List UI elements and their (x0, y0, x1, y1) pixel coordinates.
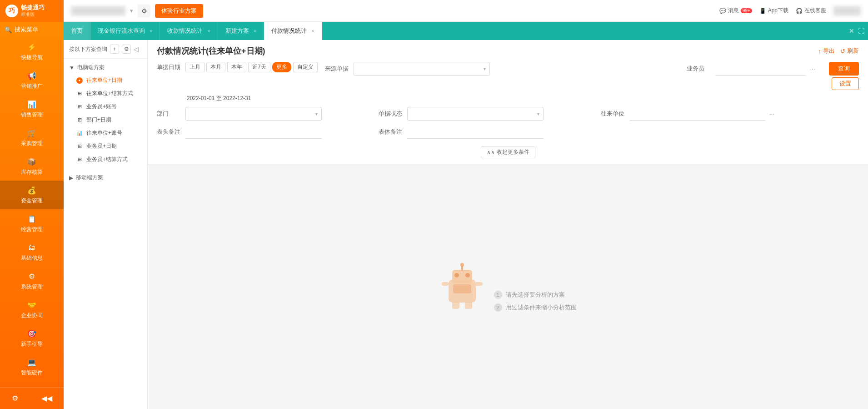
scheme-item-label-3: 部门+日期 (86, 116, 111, 124)
source-select[interactable]: ▾ (354, 62, 490, 76)
partner-dots-btn[interactable]: ··· (769, 110, 775, 117)
date-range-text: 2022-01-01 至 2022-12-31 (187, 95, 251, 101)
sidebar-item-quick-nav[interactable]: ⚡ 快捷导航 (0, 37, 64, 66)
sidebar-item-hardware[interactable]: 💻 智能硬件 (0, 353, 64, 381)
staff-input[interactable] (715, 62, 806, 76)
tab-bank-flow-close[interactable]: × (150, 28, 152, 34)
scheme-item-partner-settlement[interactable]: ⊞ 往来单位+结算方式 (64, 87, 147, 100)
date-btn-custom[interactable]: 自定义 (293, 62, 318, 72)
scheme-panel: 按以下方案查询 + ⚙ ◁ ▼ 电脑端方案 ● 往来单位+日期 (64, 40, 148, 409)
sidebar-item-system[interactable]: ⚙ 系统管理 (0, 267, 64, 295)
scheme-item-dept-date[interactable]: ⊞ 部门+日期 (64, 113, 147, 126)
dept-select[interactable]: ▾ (185, 107, 322, 121)
search-label: 搜索菜单 (15, 25, 38, 34)
doc-status-select[interactable]: ▾ (407, 107, 544, 121)
online-service-label: 在线客服 (804, 7, 826, 15)
quick-nav-icon: ⚡ (27, 42, 37, 52)
scheme-item-icon-4: 📊 (76, 130, 83, 136)
sidebar-item-sales[interactable]: 📊 销售管理 (0, 95, 64, 123)
scheme-item-label-0: 往来单位+日期 (86, 76, 122, 84)
scheme-item-icon-3: ⊞ (76, 117, 83, 123)
source-label: 来源单据 (325, 65, 350, 73)
scheme-group-mobile-header[interactable]: ▶ 移动端方案 (64, 172, 147, 184)
user-avatar-right (833, 6, 861, 15)
main-panel: 付款情况统计(往来单位+日期) ↑ 导出 ↺ 刷新 (148, 40, 868, 409)
hint-num-1: 1 (494, 291, 502, 299)
partner-label: 往来单位 (601, 110, 626, 118)
tab-new-scheme[interactable]: 新建方案 × (218, 22, 264, 40)
sidebar-footer: ⚙ ◀◀ (0, 387, 64, 409)
scheme-add-btn[interactable]: + (110, 45, 119, 54)
sidebar-item-purchase[interactable]: 🛒 采购管理 (0, 123, 64, 152)
scheme-item-partner-account[interactable]: 📊 往来单位+账号 (64, 126, 147, 140)
date-btn-this-month[interactable]: 本月 (206, 62, 225, 72)
tab-payment-stats-close[interactable]: × (311, 28, 314, 34)
sidebar-item-weixin[interactable]: 💬 企业微信 (0, 381, 64, 387)
search-menu[interactable]: 🔍 搜索菜单 (0, 22, 64, 37)
tab-home-label: 首页 (71, 27, 83, 35)
tab-home[interactable]: 首页 (64, 22, 90, 40)
hint-num-2: 2 (494, 303, 502, 312)
top-header: ▾ ⚙ 体验行业方案 💬 消息 99+ 📱 App下载 🎧 在线客服 (64, 0, 868, 22)
query-btn[interactable]: 查询 (829, 62, 859, 76)
scheme-group-pc-header[interactable]: ▼ 电脑端方案 (64, 61, 147, 74)
sidebar-item-basic[interactable]: 🗂 基础信息 (0, 238, 64, 267)
sidebar-item-enterprise[interactable]: 🤝 企业协同 (0, 295, 64, 324)
tab-payment-stats[interactable]: 付款情况统计 × (264, 22, 322, 40)
scheme-group-mobile-arrow: ▶ (69, 175, 73, 181)
sidebar-item-marketing[interactable]: 📢 营销推广 (0, 66, 64, 95)
sidebar-collapse-btn[interactable]: ◀◀ (40, 392, 54, 404)
tab-bank-flow[interactable]: 现金银行流水查询 × (90, 22, 160, 40)
scheme-settings-btn[interactable]: ⚙ (122, 45, 131, 54)
date-btn-this-year[interactable]: 本年 (227, 62, 246, 72)
app-download-btn[interactable]: 📱 App下载 (759, 7, 788, 15)
sidebar-item-label-quick-nav: 快捷导航 (21, 54, 43, 61)
date-btn-7days[interactable]: 近7天 (248, 62, 270, 72)
dept-select-arrow: ▾ (315, 111, 318, 116)
tab-fullscreen-btn[interactable]: ⛶ (858, 27, 864, 35)
tab-new-scheme-close[interactable]: × (254, 28, 256, 34)
header-note-input[interactable] (185, 125, 322, 139)
scheme-panel-collapse-btn[interactable]: ◁ (134, 45, 139, 53)
header-dropdown-icon[interactable]: ▾ (130, 7, 133, 14)
sidebar-nav: ⚡ 快捷导航 📢 营销推广 📊 销售管理 🛒 采购管理 📦 库存核算 💰 资金管… (0, 37, 64, 387)
sidebar-item-label-finance: 资金管理 (21, 197, 43, 205)
refresh-btn[interactable]: ↺ 刷新 (840, 47, 859, 55)
sales-icon: 📊 (27, 99, 37, 109)
partner-input[interactable] (629, 107, 766, 121)
sidebar-item-label-guide: 新手引导 (21, 340, 43, 348)
tab-close-all-btn[interactable]: ✕ (849, 27, 854, 35)
staff-dots-btn[interactable]: ··· (810, 65, 815, 72)
sidebar-item-label-enterprise: 企业协同 (21, 312, 43, 319)
scheme-item-staff-date[interactable]: ⊞ 业务员+日期 (64, 140, 147, 153)
header-gear-btn[interactable]: ⚙ (138, 5, 150, 17)
export-btn[interactable]: ↑ 导出 (818, 47, 835, 55)
setting-btn[interactable]: 设置 (832, 77, 859, 90)
sidebar-item-finance[interactable]: 💰 资金管理 (0, 181, 64, 209)
empty-hints: 1 请先选择要分析的方案 2 用过滤条件来缩小分析范围 (494, 291, 577, 312)
scheme-item-staff-settlement[interactable]: ⊞ 业务员+结算方式 (64, 153, 147, 166)
sidebar-item-operation[interactable]: 📋 经营管理 (0, 209, 64, 238)
header-actions: 💬 消息 99+ 📱 App下载 🎧 在线客服 (719, 6, 861, 15)
sidebar-item-inventory[interactable]: 📦 库存核算 (0, 152, 64, 181)
logo-badge: 标准版 (21, 11, 45, 18)
sidebar-settings-btn[interactable]: ⚙ (10, 392, 20, 404)
dept-label: 部门 (157, 110, 182, 118)
scheme-item-partner-date[interactable]: ● 往来单位+日期 (64, 74, 147, 87)
body-note-input[interactable] (407, 125, 544, 139)
messages-btn[interactable]: 💬 消息 99+ (719, 7, 752, 15)
tab-receipt-stats-close[interactable]: × (207, 28, 210, 34)
trial-industry-btn[interactable]: 体验行业方案 (155, 4, 203, 18)
tab-receipt-stats[interactable]: 收款情况统计 × (160, 22, 218, 40)
sidebar-item-label-marketing: 营销推广 (21, 82, 43, 90)
sidebar-item-guide[interactable]: 🎯 新手引导 (0, 324, 64, 353)
logo-name: 畅捷通巧 (21, 4, 45, 11)
date-btn-last-month[interactable]: 上月 (185, 62, 205, 72)
collapse-conditions-btn[interactable]: ∧∧ 收起更多条件 (481, 146, 535, 158)
scheme-item-staff-account[interactable]: ⊞ 业务员+账号 (64, 100, 147, 113)
page-title: 付款情况统计(往来单位+日期) (157, 45, 818, 56)
staff-label: 业务员 (687, 65, 712, 73)
scheme-group-mobile: ▶ 移动端方案 (64, 169, 147, 187)
date-btn-more[interactable]: 更多 (272, 62, 291, 72)
online-service-btn[interactable]: 🎧 在线客服 (796, 7, 826, 15)
